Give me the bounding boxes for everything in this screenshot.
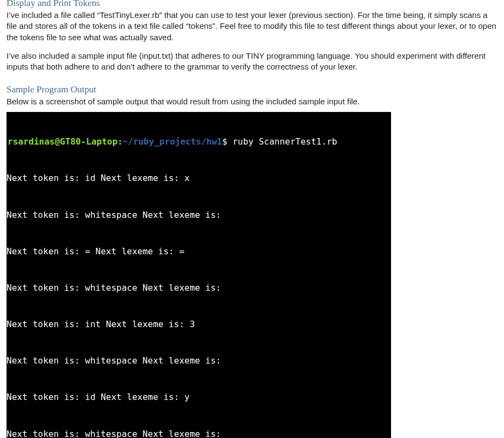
- terminal-line: Next token is: whitespace Next lexeme is…: [7, 282, 391, 294]
- terminal-colon: :: [117, 136, 123, 147]
- section-display-print: Display and Print Tokens I’ve included a…: [7, 0, 497, 72]
- terminal-prompt-line: rsardinas@GT80-Laptop:~/ruby_projects/hw…: [7, 136, 391, 148]
- terminal-user-host: rsardinas@GT80-Laptop: [8, 136, 117, 147]
- heading-display-print: Display and Print Tokens: [7, 0, 497, 9]
- terminal-line: Next token is: int Next lexeme is: 3: [7, 318, 391, 330]
- terminal-line: Next token is: whitespace Next lexeme is…: [7, 428, 391, 438]
- section-sample-output: Sample Program Output Below is a screens…: [7, 84, 497, 438]
- terminal-line: Next token is: id Next lexeme is: y: [7, 391, 391, 403]
- paragraph-output-intro: Below is a screenshot of sample output t…: [7, 96, 497, 107]
- terminal-line: Next token is: id Next lexeme is: x: [7, 172, 391, 184]
- terminal-command: ruby ScannerTest1.rb: [232, 136, 337, 147]
- paragraph-test-lexer: I’ve included a file called “TestTinyLex…: [7, 10, 497, 43]
- terminal-dollar: $: [222, 136, 232, 147]
- terminal-line: Next token is: = Next lexeme is: =: [7, 246, 391, 258]
- terminal-line: Next token is: whitespace Next lexeme is…: [7, 209, 391, 221]
- heading-sample-output: Sample Program Output: [7, 84, 497, 95]
- terminal-line: Next token is: whitespace Next lexeme is…: [7, 355, 391, 367]
- paragraph-sample-input: I’ve also included a sample input file (…: [7, 51, 497, 73]
- terminal-path: ~/ruby_projects/hw1: [123, 136, 222, 147]
- terminal-output: rsardinas@GT80-Laptop:~/ruby_projects/hw…: [7, 112, 391, 439]
